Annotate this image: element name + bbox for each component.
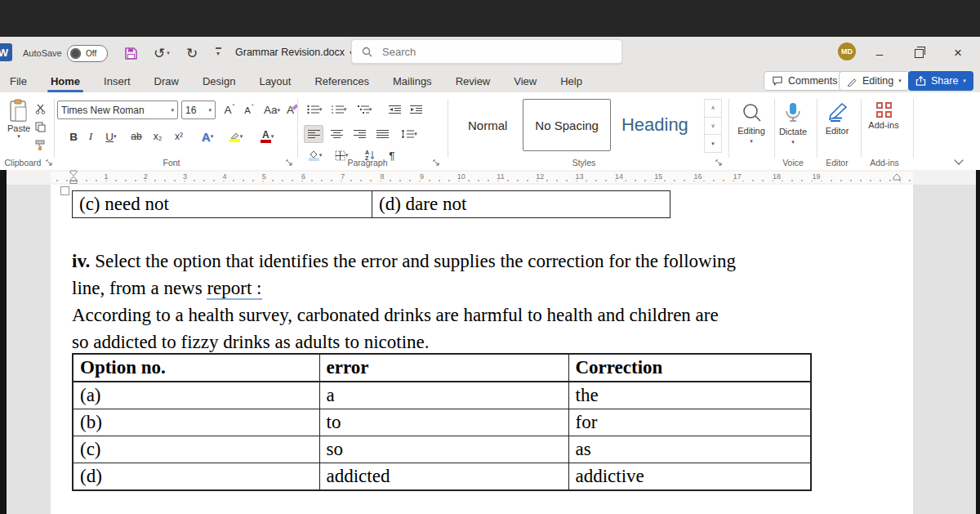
clear-formatting-button[interactable]: A — [284, 101, 301, 119]
quick-access-overflow-button[interactable]: ▾ — [211, 47, 225, 59]
word-logo-icon[interactable]: W — [0, 43, 12, 61]
question-line[interactable]: iv. Select the option that identifies th… — [72, 248, 736, 275]
options-table-cell[interactable]: addicted — [319, 463, 568, 491]
question-line[interactable]: line, from a news report : — [72, 275, 736, 302]
add-ins-button[interactable]: Add-ins — [859, 102, 908, 130]
bullets-button[interactable]: ▾ — [304, 101, 325, 118]
options-table-cell[interactable]: the — [568, 382, 811, 409]
menu-tab-layout[interactable]: Layout — [257, 75, 292, 87]
options-table-cell[interactable]: addictive — [568, 463, 811, 491]
document-page[interactable]: (c) need not (d) dare not iv. Select the… — [51, 185, 913, 514]
minimize-button[interactable]: – — [864, 37, 895, 69]
menu-tab-mailings[interactable]: Mailings — [391, 75, 434, 87]
multilevel-list-button[interactable]: ▾ — [353, 101, 376, 118]
paragraph-dialog-launcher[interactable] — [431, 158, 441, 168]
table-cell[interactable]: (c) need not — [73, 191, 372, 218]
underline-button[interactable]: U ▾ — [100, 127, 122, 146]
align-right-button[interactable] — [350, 125, 369, 143]
ruler[interactable]: 12345678910111213141516171819 — [0, 170, 980, 185]
style-card-no-spacing[interactable]: No Spacing — [523, 99, 611, 151]
editing-mode-button[interactable]: Editing ▾ — [839, 71, 910, 91]
line-spacing-button[interactable]: ▾ — [397, 125, 421, 143]
share-button[interactable]: Share ▾ — [908, 71, 973, 91]
question-text[interactable]: iv. Select the option that identifies th… — [72, 248, 736, 355]
cut-button[interactable] — [31, 101, 49, 117]
options-table-cell[interactable]: to — [319, 409, 568, 436]
font-name-combo[interactable]: Times New Roman ▾ — [57, 101, 178, 119]
save-button[interactable] — [120, 45, 141, 61]
question-line[interactable]: According to a health survey, carbonated… — [72, 302, 736, 329]
undo-button[interactable]: ↺ ▾ — [147, 43, 176, 63]
font-color-button[interactable]: A ▾ — [255, 127, 279, 146]
redo-button[interactable]: ↻ — [181, 43, 203, 63]
text-effects-button[interactable]: A ▾ — [196, 127, 219, 146]
style-card-normal[interactable]: Normal — [456, 99, 519, 151]
options-table-cell[interactable]: (a) — [73, 382, 319, 409]
dictate-button[interactable]: Dictate ▾ — [771, 102, 815, 145]
restore-button[interactable] — [903, 37, 934, 69]
search-bar[interactable] — [351, 39, 622, 64]
styles-dialog-launcher[interactable] — [714, 158, 724, 168]
table-cell[interactable]: (d) dare not — [372, 191, 670, 218]
options-table-cell[interactable]: for — [568, 409, 811, 436]
menu-tab-design[interactable]: Design — [201, 75, 237, 87]
strikethrough-button[interactable]: ab — [127, 127, 145, 146]
menu-tab-view[interactable]: View — [512, 75, 538, 87]
styles-more-icon[interactable]: ▾ — [705, 135, 721, 152]
clipboard-dialog-launcher[interactable] — [44, 158, 54, 168]
menu-tab-insert[interactable]: Insert — [102, 75, 132, 87]
bold-button[interactable]: B — [65, 127, 82, 146]
comments-button[interactable]: Comments — [764, 71, 845, 91]
indent-marker-right[interactable] — [892, 173, 902, 181]
align-left-button[interactable] — [304, 125, 323, 143]
align-center-button[interactable] — [327, 125, 346, 143]
numbering-button[interactable]: ▾ — [328, 101, 350, 118]
indent-markers-left[interactable] — [69, 170, 78, 184]
answer-options-table[interactable]: (c) need not (d) dare not — [72, 190, 670, 218]
italic-button[interactable]: I — [83, 127, 98, 146]
style-card-heading[interactable]: Heading — [614, 99, 696, 151]
menu-tab-home[interactable]: Home — [49, 75, 82, 87]
menu-tab-references[interactable]: References — [313, 75, 370, 87]
editing-group-button[interactable]: Editing ▾ — [729, 102, 773, 145]
menu-tab-file[interactable]: File — [8, 75, 29, 87]
options-table-header-cell[interactable]: error — [319, 354, 568, 382]
font-dialog-launcher[interactable] — [284, 158, 294, 168]
copy-button[interactable] — [31, 118, 49, 135]
collapse-ribbon-button[interactable] — [952, 156, 965, 166]
grow-font-button[interactable]: A ˆ — [220, 101, 238, 119]
options-table-cell[interactable]: a — [319, 382, 568, 409]
styles-scroll-up-icon[interactable]: ∧ — [705, 100, 721, 118]
options-table-cell[interactable]: (d) — [73, 463, 319, 491]
options-table-cell[interactable]: so — [319, 436, 568, 463]
change-case-button[interactable]: Aa ▾ — [260, 101, 284, 119]
font-size-combo[interactable]: 16 ▾ — [181, 101, 216, 119]
menu-tab-draw[interactable]: Draw — [153, 75, 180, 87]
options-table-cell[interactable]: (c) — [73, 436, 319, 463]
decrease-indent-button[interactable] — [385, 101, 403, 118]
styles-scroll-down-icon[interactable]: ∨ — [705, 118, 721, 136]
options-table-header-cell[interactable]: Correction — [568, 354, 811, 382]
autosave-toggle[interactable]: Off — [67, 45, 108, 62]
shrink-font-button[interactable]: A ˇ — [240, 101, 258, 119]
superscript-button[interactable]: x² — [170, 127, 188, 146]
account-avatar[interactable]: MD — [838, 42, 856, 60]
menu-tab-review[interactable]: Review — [454, 75, 492, 87]
subscript-button[interactable]: x₂ — [149, 127, 167, 146]
increase-indent-button[interactable] — [407, 101, 425, 118]
options-table-cell[interactable]: (b) — [73, 409, 319, 436]
paste-button[interactable]: Paste ▾ — [5, 99, 33, 154]
styles-scrollbar[interactable]: ∧ ∨ ▾ — [704, 99, 722, 153]
table-move-handle[interactable] — [60, 186, 69, 195]
document-title[interactable]: Grammar Revision.docx ▾ — [235, 47, 353, 58]
options-table-header-cell[interactable]: Option no. — [73, 354, 319, 382]
menu-tab-help[interactable]: Help — [559, 75, 584, 87]
editor-button[interactable]: Editor — [815, 102, 859, 136]
close-button[interactable]: × — [942, 37, 973, 69]
options-table-cell[interactable]: as — [568, 436, 811, 463]
highlight-button[interactable]: ▾ — [224, 127, 248, 146]
question-line[interactable]: so addicted to fizzy drinks as adults to… — [72, 329, 736, 355]
format-painter-button[interactable] — [31, 136, 49, 153]
options-table[interactable]: Option no.errorCorrection (a)athe(b)tofo… — [72, 353, 812, 491]
justify-button[interactable] — [372, 125, 392, 143]
